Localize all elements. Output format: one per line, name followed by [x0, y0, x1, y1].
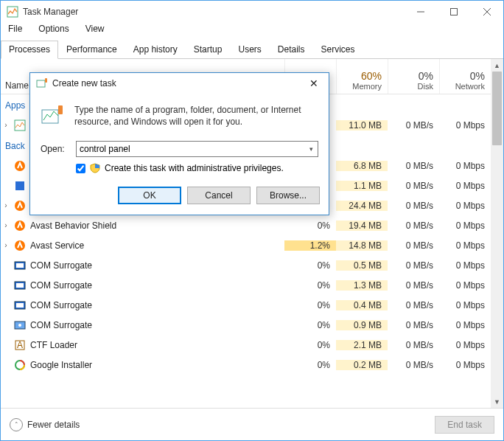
expand-arrow-icon[interactable]: › [1, 241, 11, 249]
memory-cell: 6.8 MB [336, 161, 388, 171]
menu-view[interactable]: View [83, 23, 108, 38]
admin-privileges-label: Create this task with administrative pri… [105, 163, 284, 173]
network-cell: 0 Mbps [439, 340, 491, 350]
memory-cell: 14.8 MB [336, 240, 388, 251]
process-row[interactable]: COM Surrogate0%0.9 MB0 MB/s0 Mbps [1, 315, 491, 335]
cpu-cell: 1.2% [284, 240, 336, 251]
end-task-button[interactable]: End task [435, 416, 494, 434]
disk-cell: 0 MB/s [388, 240, 439, 251]
dialog-title: Create new task [52, 78, 299, 88]
task-manager-icon [7, 6, 18, 18]
tab-performance[interactable]: Performance [58, 41, 125, 58]
cpu-cell: 0% [284, 260, 336, 271]
svg-text:A: A [17, 340, 23, 350]
cancel-button[interactable]: Cancel [187, 187, 251, 204]
disk-cell: 0 MB/s [388, 161, 439, 171]
scroll-up-button[interactable]: ▲ [491, 59, 503, 72]
minimize-button[interactable] [404, 1, 437, 23]
process-name: Google Installer [30, 360, 284, 370]
network-cell: 0 Mbps [439, 181, 491, 191]
disk-cell: 0 MB/s [388, 201, 439, 211]
column-network[interactable]: 0%Network [439, 59, 491, 94]
process-name: COM Surrogate [30, 280, 284, 291]
scroll-down-button[interactable]: ▼ [491, 395, 503, 408]
menu-file[interactable]: File [5, 23, 25, 38]
tab-startup[interactable]: Startup [186, 41, 231, 58]
network-cell: 0 Mbps [439, 300, 491, 310]
memory-cell: 1.3 MB [336, 280, 388, 291]
disk-cell: 0 MB/s [388, 360, 439, 370]
process-name: COM Surrogate [30, 300, 284, 310]
cpu-cell: 0% [284, 320, 336, 330]
process-row[interactable]: ›Avast Behavior Shield0%19.4 MB0 MB/s0 M… [1, 215, 491, 235]
process-row[interactable]: Google Installer0%0.2 MB0 MB/s0 Mbps [1, 355, 491, 375]
process-row[interactable]: COM Surrogate0%1.3 MB0 MB/s0 Mbps [1, 275, 491, 295]
chevron-up-icon: ˄ [10, 418, 23, 431]
memory-cell: 0.4 MB [336, 300, 388, 310]
process-row[interactable]: COM Surrogate0%0.5 MB0 MB/s0 Mbps [1, 255, 491, 275]
memory-cell: 19.4 MB [336, 220, 388, 231]
disk-cell: 0 MB/s [388, 280, 439, 291]
svg-rect-25 [58, 105, 63, 114]
network-cell: 0 Mbps [439, 201, 491, 211]
footer: ˄ Fewer details End task [1, 408, 503, 440]
menu-bar: File Options View [1, 23, 503, 38]
process-icon [14, 119, 26, 131]
cpu-cell: 0% [284, 340, 336, 350]
network-cell: 0 Mbps [439, 260, 491, 271]
memory-cell: 11.0 MB [336, 120, 388, 131]
process-row[interactable]: ACTF Loader0%2.1 MB0 MB/s0 Mbps [1, 335, 491, 355]
svg-rect-24 [42, 110, 58, 123]
svg-rect-0 [7, 7, 18, 17]
browse-button[interactable]: Browse... [256, 187, 320, 204]
dialog-close-button[interactable]: ✕ [299, 73, 329, 94]
fewer-details-button[interactable]: ˄ Fewer details [10, 418, 80, 431]
expand-arrow-icon[interactable]: › [1, 121, 11, 129]
disk-cell: 0 MB/s [388, 320, 439, 330]
process-row[interactable]: ›Avast Service1.2%14.8 MB0 MB/s0 Mbps [1, 235, 491, 255]
task-manager-window: Task Manager File Options View Processes… [0, 0, 504, 441]
process-icon [14, 299, 26, 311]
window-title: Task Manager [23, 7, 404, 17]
dialog-prompt-text: Type the name of a program, folder, docu… [74, 104, 318, 128]
svg-rect-22 [37, 80, 45, 87]
admin-privileges-checkbox[interactable] [76, 164, 85, 173]
memory-cell: 2.1 MB [336, 340, 388, 350]
maximize-button[interactable] [437, 1, 470, 23]
tab-users[interactable]: Users [230, 41, 269, 58]
close-button[interactable] [470, 1, 503, 23]
process-icon [14, 180, 26, 192]
process-name: CTF Loader [30, 340, 284, 350]
memory-cell: 24.4 MB [336, 201, 388, 211]
memory-cell: 0.9 MB [336, 320, 388, 330]
process-row[interactable]: COM Surrogate0%0.4 MB0 MB/s0 Mbps [1, 295, 491, 315]
open-input[interactable] [76, 141, 318, 157]
process-icon [14, 200, 26, 212]
svg-rect-23 [45, 78, 47, 83]
disk-cell: 0 MB/s [388, 181, 439, 191]
tab-details[interactable]: Details [270, 41, 313, 58]
menu-options[interactable]: Options [35, 23, 71, 38]
scroll-thumb[interactable] [492, 72, 502, 145]
disk-cell: 0 MB/s [388, 340, 439, 350]
vertical-scrollbar[interactable]: ▲ ▼ [491, 59, 503, 408]
chevron-down-icon[interactable]: ▾ [304, 142, 318, 156]
tab-app-history[interactable]: App history [125, 41, 186, 58]
expand-arrow-icon[interactable]: › [1, 221, 11, 229]
ok-button[interactable]: OK [118, 187, 181, 204]
cpu-cell: 0% [284, 280, 336, 291]
expand-arrow-icon[interactable]: › [1, 201, 11, 209]
network-cell: 0 Mbps [439, 120, 491, 131]
process-name: COM Surrogate [30, 260, 284, 271]
disk-cell: 0 MB/s [388, 300, 439, 310]
tab-services[interactable]: Services [313, 41, 363, 58]
network-cell: 0 Mbps [439, 280, 491, 291]
cpu-cell: 0% [284, 220, 336, 231]
network-cell: 0 Mbps [439, 240, 491, 251]
column-memory[interactable]: 60%Memory [336, 59, 388, 94]
tab-processes[interactable]: Processes [1, 41, 58, 59]
column-disk[interactable]: 0%Disk [388, 59, 439, 94]
process-icon [14, 279, 26, 291]
disk-cell: 0 MB/s [388, 220, 439, 231]
process-icon [14, 359, 26, 371]
